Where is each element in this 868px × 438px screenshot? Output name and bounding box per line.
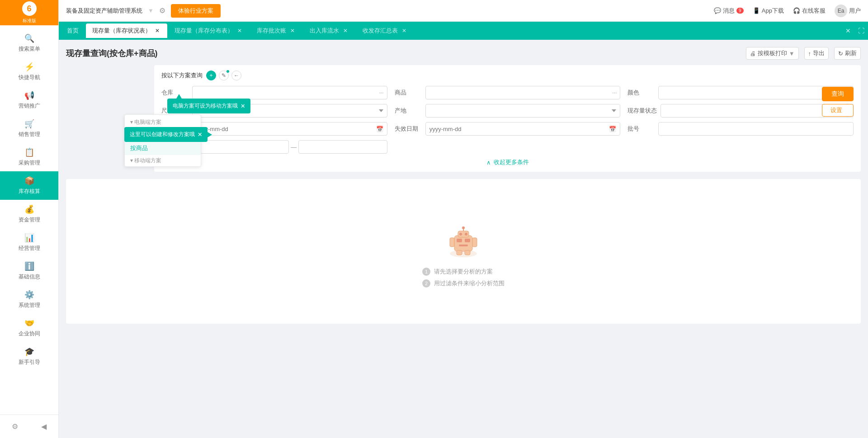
exp-date-cal-icon[interactable]: 📅 (605, 126, 620, 132)
origin-label: 产地 (395, 107, 422, 115)
sidebar-item-label: 库存核算 (19, 188, 40, 195)
scheme-section-mobile: ▾ 移动端方案 (125, 155, 201, 166)
settings-btn[interactable]: ⚙ (9, 419, 21, 433)
add-scheme-btn[interactable]: + (206, 71, 216, 80)
tab-summary-label: 收发存汇总表 (363, 27, 398, 35)
tab-summary[interactable]: 收发存汇总表 ✕ (356, 24, 414, 38)
sidebar: 6 标准版 🔍 搜索菜单 ⚡ 快捷导航 📢 营销推广 🛒 销售管理 📋 采购管理… (0, 0, 59, 438)
message-label: 消息 (723, 7, 735, 15)
sidebar-item-management[interactable]: 📊 经营管理 (0, 228, 58, 257)
sidebar-item-search[interactable]: 🔍 搜索菜单 (0, 29, 58, 57)
sidebar-item-finance[interactable]: 💰 资金管理 (0, 200, 58, 228)
page-title-bar: 现存量查询(按仓库+商品) 🖨 按模板打印 ▼ ↑ 导出 ↻ 刷新 (66, 47, 861, 60)
sidebar-item-collab[interactable]: 🤝 企业协同 (0, 314, 58, 342)
tab-bar: 首页 现存量（库存状况表） ✕ 现存量（库存分布表） ✕ 库存批次账 ✕ 出入库… (59, 22, 868, 40)
exp-date-input[interactable] (426, 126, 606, 132)
phone-icon: 📱 (753, 7, 760, 14)
sidebar-item-label: 基础信息 (19, 273, 40, 281)
sidebar-item-label: 快捷导航 (19, 74, 40, 81)
sidebar-item-system[interactable]: ⚙️ 系统管理 (0, 285, 58, 314)
sidebar-menu: 🔍 搜索菜单 ⚡ 快捷导航 📢 营销推广 🛒 销售管理 📋 采购管理 📦 库存核… (0, 25, 58, 414)
message-icon: 💬 (714, 7, 721, 14)
origin-select[interactable] (425, 104, 621, 118)
app-download-btn[interactable]: 📱 App下载 (753, 7, 784, 15)
sales-icon: 🛒 (24, 119, 34, 129)
tab-inout[interactable]: 出入库流水 ✕ (303, 24, 355, 38)
tab-stock-status-label: 现存量（库存状况表） (92, 27, 151, 35)
tab-stock-dist[interactable]: 现存量（库存分布表） ✕ (168, 24, 250, 38)
tab-stock-status-close[interactable]: ✕ (154, 27, 161, 34)
query-button[interactable]: 查询 (822, 87, 854, 101)
nav-icon: ⚡ (24, 62, 34, 72)
prod-date-cal-icon[interactable]: 📅 (373, 126, 387, 132)
settings-filter-button[interactable]: 设置 (822, 104, 854, 117)
page-title: 现存量查询(按仓库+商品) (66, 48, 158, 59)
sidebar-item-sales[interactable]: 🛒 销售管理 (0, 114, 58, 143)
sidebar-item-label: 系统管理 (19, 301, 40, 309)
tab-batch[interactable]: 库存批次账 ✕ (250, 24, 302, 38)
online-support-btn[interactable]: 🎧 在线客服 (793, 7, 826, 15)
tab-summary-close[interactable]: ✕ (401, 27, 408, 34)
tab-batch-close[interactable]: ✕ (289, 27, 296, 34)
page-actions: 🖨 按模板打印 ▼ ↑ 导出 ↻ 刷新 (746, 47, 861, 60)
sidebar-item-nav[interactable]: ⚡ 快捷导航 (0, 57, 58, 86)
sidebar-item-label: 新手引导 (19, 358, 40, 366)
warehouse-input[interactable] (192, 86, 387, 99)
edit-scheme-btn[interactable]: ✎ (219, 71, 229, 80)
print-label: 按模板打印 (758, 49, 787, 57)
sidebar-item-basic-info[interactable]: ℹ️ 基础信息 (0, 257, 58, 285)
solution-button[interactable]: 体验行业方案 (171, 4, 221, 18)
sidebar-item-marketing[interactable]: 📢 营销推广 (0, 86, 58, 114)
stock-main-from[interactable] (200, 140, 289, 154)
tab-batch-label: 库存批次账 (257, 27, 286, 35)
app-download-label: App下载 (762, 7, 784, 15)
user-menu[interactable]: Ea 用户 (835, 5, 861, 17)
refresh-button[interactable]: ↻ 刷新 (834, 47, 861, 60)
print-dropdown-icon: ▼ (789, 50, 795, 57)
refresh-label: 刷新 (845, 49, 857, 57)
tooltip-close-2[interactable]: ✕ (198, 132, 202, 138)
print-button[interactable]: 🖨 按模板打印 ▼ (746, 47, 799, 60)
stock-main-to[interactable] (298, 140, 387, 154)
message-btn[interactable]: 💬 消息 9 (714, 7, 744, 15)
collapse-btn[interactable]: ◀ (38, 419, 49, 433)
header-right: 💬 消息 9 📱 App下载 🎧 在线客服 Ea 用户 (714, 5, 861, 17)
sku-input[interactable] (425, 86, 621, 99)
tab-fullscreen-icon[interactable]: ⛶ (856, 25, 866, 36)
tab-stock-status[interactable]: 现存量（库存状况表） ✕ (86, 24, 167, 38)
tooltip-close-1[interactable]: ✕ (241, 103, 245, 109)
empty-state: 1 请先选择要分析的方案 2 用过滤条件来缩小分析范围 (66, 179, 861, 324)
sidebar-item-stock[interactable]: 📦 库存核算 (0, 171, 58, 200)
sidebar-item-guide[interactable]: 🎓 新手引导 (0, 342, 58, 371)
export-button[interactable]: ↑ 导出 (804, 47, 829, 60)
tab-home[interactable]: 首页 (61, 24, 85, 38)
prod-date-input[interactable] (193, 126, 373, 132)
back-scheme-btn[interactable]: ← (231, 71, 241, 80)
message-badge: 9 (736, 8, 744, 14)
range-sep: — (291, 144, 297, 151)
svg-rect-11 (472, 238, 477, 247)
scheme-item-sku[interactable]: 按商品 (125, 141, 201, 155)
svg-point-9 (462, 226, 465, 229)
batch-input[interactable] (658, 122, 854, 136)
sidebar-item-label: 搜索菜单 (19, 45, 40, 53)
sidebar-item-purchase[interactable]: 📋 采购管理 (0, 143, 58, 171)
tab-close-all-icon[interactable]: ✕ (844, 25, 853, 36)
filter-row-color: 颜色 (627, 86, 854, 99)
header-settings-icon[interactable]: ⚙ (159, 6, 165, 15)
tab-inout-close[interactable]: ✕ (342, 27, 349, 34)
query-btn-group: 查询 设置 (822, 87, 854, 117)
tip-num-2: 2 (422, 279, 430, 287)
system-icon: ⚙️ (24, 290, 34, 300)
tab-stock-dist-label: 现存量（库存分布表） (175, 27, 233, 35)
user-label: 用户 (849, 7, 861, 15)
collapse-more-btn[interactable]: ∧ 收起更多条件 (161, 158, 854, 166)
tab-stock-dist-close[interactable]: ✕ (236, 27, 243, 34)
tab-bar-right: ✕ ⛶ (844, 25, 866, 36)
exp-date-label: 失效日期 (395, 125, 422, 133)
guide-icon: 🎓 (24, 347, 34, 357)
svg-rect-13 (465, 250, 470, 255)
user-avatar: Ea (835, 5, 847, 17)
home-tab-label: 首页 (67, 27, 79, 35)
sidebar-item-label: 采购管理 (19, 159, 40, 167)
